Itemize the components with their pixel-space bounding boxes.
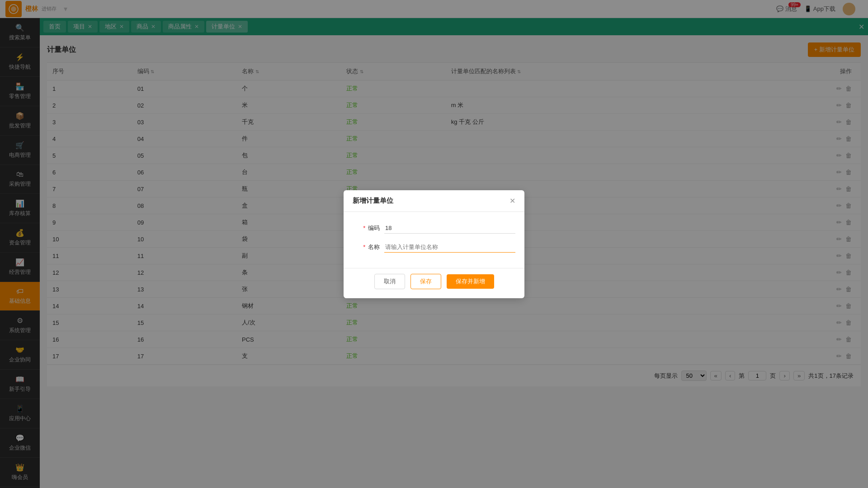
modal-title: 新增计量单位 [353,197,393,205]
name-label: * 名称 [353,243,380,251]
save-button[interactable]: 保存 [410,274,441,289]
name-input[interactable] [384,242,515,253]
modal-body: * 编码 * 名称 [344,212,524,268]
cancel-button[interactable]: 取消 [374,274,405,289]
form-row-code: * 编码 [353,223,515,234]
add-unit-modal: 新增计量单位 ✕ * 编码 * 名称 取消 保存 保存并新增 [344,190,524,298]
modal-header: 新增计量单位 ✕ [344,190,524,212]
modal-close-btn[interactable]: ✕ [509,197,515,205]
required-star-code: * [363,225,365,231]
form-row-name: * 名称 [353,242,515,253]
save-and-new-button[interactable]: 保存并新增 [447,274,494,289]
code-input[interactable] [384,223,515,234]
modal-overlay[interactable]: 新增计量单位 ✕ * 编码 * 名称 取消 保存 保存并新增 [0,0,868,488]
required-star-name: * [363,244,365,250]
code-label: * 编码 [353,224,380,232]
modal-footer: 取消 保存 保存并新增 [344,268,524,298]
